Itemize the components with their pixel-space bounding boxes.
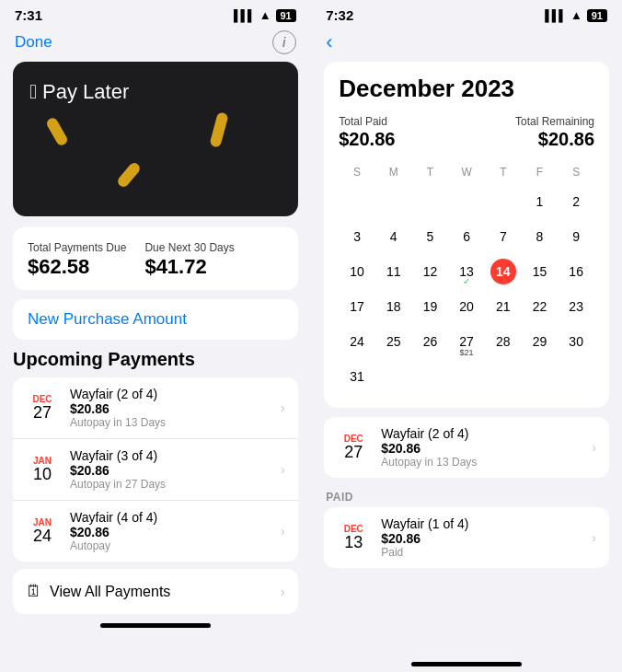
date-month-3: JAN [33, 517, 52, 527]
payment-title-2: Wayfair (3 of 4) [70, 448, 281, 463]
decorative-pill-1 [45, 116, 69, 147]
cal-cell-18[interactable]: 18 [375, 290, 412, 323]
left-panel: 7:31 ▌▌▌ ▲ 91 Done i  Pay Later Total P… [0, 0, 311, 672]
date-day-1: 27 [33, 404, 52, 423]
cal-cell-14-today[interactable]: 14 [485, 255, 522, 288]
calendar-icon: 🗓 [26, 582, 42, 601]
cal-header-T1: T [412, 161, 449, 183]
right-panel: 7:32 ▌▌▌ ▲ 91 ‹ December 2023 Total Paid… [311, 0, 622, 672]
apple-logo-icon:  [29, 80, 37, 104]
cal-cell-7[interactable]: 7 [485, 220, 522, 253]
decorative-pill-3 [116, 161, 142, 190]
cal-header-T2: T [485, 161, 522, 183]
cal-cell-empty-1 [339, 185, 375, 218]
total-payments-amount: $62.58 [28, 255, 126, 279]
date-month-1: DEC [32, 394, 52, 404]
cal-cell-empty-w6-2 [375, 360, 412, 393]
payment-info-2: Wayfair (3 of 4) $20.86 Autopay in 27 Da… [70, 448, 281, 491]
cal-cell-29[interactable]: 29 [522, 325, 559, 358]
cal-cell-20[interactable]: 20 [448, 290, 485, 323]
payment-summary: Total Payments Due $62.58 Due Next 30 Da… [13, 227, 298, 290]
total-remaining-item: Total Remaining $20.86 [515, 112, 594, 150]
cal-cell-26[interactable]: 26 [412, 325, 449, 358]
cal-header-M: M [375, 161, 412, 183]
payment-amount-1: $20.86 [70, 401, 281, 416]
payment-sub-1: Autopay in 13 Days [70, 416, 281, 429]
upcoming-right-amount: $20.86 [381, 441, 592, 456]
due-next-item: Due Next 30 Days $41.72 [144, 238, 234, 279]
cal-cell-28[interactable]: 28 [485, 325, 522, 358]
cal-cell-22[interactable]: 22 [522, 290, 559, 323]
paid-label: PAID [311, 485, 622, 507]
total-payments-label: Total Payments Due [28, 241, 126, 254]
status-icons-right: ▌▌▌ ▲ 91 [545, 8, 607, 22]
cal-cell-3[interactable]: 3 [339, 220, 375, 253]
payment-list: DEC 27 Wayfair (2 of 4) $20.86 Autopay i… [13, 377, 298, 562]
time-left: 7:31 [15, 7, 42, 23]
new-purchase-link[interactable]: New Purchase Amount [28, 310, 187, 328]
upcoming-right-date: DEC 27 [337, 434, 370, 462]
due-next-amount: $41.72 [144, 255, 234, 279]
date-day-3: 24 [33, 527, 52, 546]
cal-header-S1: S [339, 161, 375, 183]
paid-chevron: › [592, 530, 596, 545]
cal-header-F: F [522, 161, 559, 183]
cal-week-1: 1 2 [339, 185, 594, 218]
payment-sub-2: Autopay in 27 Days [70, 478, 281, 491]
cal-cell-1[interactable]: 1 [522, 185, 559, 218]
cal-cell-empty-w6-3 [412, 360, 449, 393]
top-nav-left: Done i [0, 27, 311, 62]
cal-cell-6[interactable]: 6 [448, 220, 485, 253]
cal-cell-27[interactable]: 27 $21 [448, 325, 485, 358]
payment-item-2[interactable]: JAN 10 Wayfair (3 of 4) $20.86 Autopay i… [13, 439, 298, 501]
cal-cell-2[interactable]: 2 [558, 185, 594, 218]
cal-cell-17[interactable]: 17 [339, 290, 375, 323]
cal-cell-empty-2 [375, 185, 412, 218]
payment-item-1[interactable]: DEC 27 Wayfair (2 of 4) $20.86 Autopay i… [13, 377, 298, 439]
upcoming-section: Upcoming Payments DEC 27 Wayfair (2 of 4… [0, 349, 311, 562]
cal-cell-9[interactable]: 9 [558, 220, 594, 253]
signal-icon-right: ▌▌▌ [545, 9, 566, 22]
cal-cell-15[interactable]: 15 [522, 255, 559, 288]
cal-cell-31[interactable]: 31 [339, 360, 375, 393]
cal-cell-19[interactable]: 19 [412, 290, 449, 323]
pay-later-label: Pay Later [42, 80, 129, 104]
cal-cell-empty-w6-4 [448, 360, 485, 393]
done-button[interactable]: Done [15, 33, 52, 52]
cal-cell-16[interactable]: 16 [558, 255, 594, 288]
paid-sub: Paid [381, 546, 592, 559]
upcoming-right-chevron: › [592, 440, 596, 455]
info-button[interactable]: i [272, 30, 296, 54]
payment-item-3[interactable]: JAN 24 Wayfair (4 of 4) $20.86 Autopay › [13, 501, 298, 562]
cal-cell-21[interactable]: 21 [485, 290, 522, 323]
view-all-section[interactable]: 🗓 View All Payments › [13, 569, 298, 614]
cal-cell-13[interactable]: 13 ✓ [448, 255, 485, 288]
calendar-card: December 2023 Total Paid $20.86 Total Re… [324, 62, 609, 408]
wifi-icon-right: ▲ [570, 8, 582, 22]
cal-cell-11[interactable]: 11 [375, 255, 412, 288]
status-icons-left: ▌▌▌ ▲ 91 [234, 8, 296, 22]
cal-cell-5[interactable]: 5 [412, 220, 449, 253]
upcoming-right-item[interactable]: DEC 27 Wayfair (2 of 4) $20.86 Autopay i… [324, 417, 609, 478]
cal-cell-23[interactable]: 23 [558, 290, 594, 323]
cal-week-6: 31 [339, 360, 594, 393]
view-all-label: View All Payments [50, 584, 170, 600]
cal-cell-24[interactable]: 24 [339, 325, 375, 358]
upcoming-right-info: Wayfair (2 of 4) $20.86 Autopay in 13 Da… [381, 426, 592, 469]
due-next-label: Due Next 30 Days [144, 241, 234, 254]
back-button[interactable]: ‹ [326, 30, 332, 53]
cal-cell-30[interactable]: 30 [558, 325, 594, 358]
chevron-icon-3: › [281, 524, 285, 539]
paid-info: Wayfair (1 of 4) $20.86 Paid [381, 516, 592, 559]
date-month-2: JAN [33, 456, 52, 466]
cal-cell-12[interactable]: 12 [412, 255, 449, 288]
date-day-2: 10 [33, 466, 52, 484]
cal-cell-10[interactable]: 10 [339, 255, 375, 288]
cal-cell-4[interactable]: 4 [375, 220, 412, 253]
paid-date-badge: DEC 13 [337, 524, 370, 552]
paid-item[interactable]: DEC 13 Wayfair (1 of 4) $20.86 Paid › [324, 507, 609, 568]
paid-title: Wayfair (1 of 4) [381, 516, 592, 531]
cal-cell-25[interactable]: 25 [375, 325, 412, 358]
cal-cell-8[interactable]: 8 [522, 220, 559, 253]
pay-later-card:  Pay Later [13, 62, 298, 216]
